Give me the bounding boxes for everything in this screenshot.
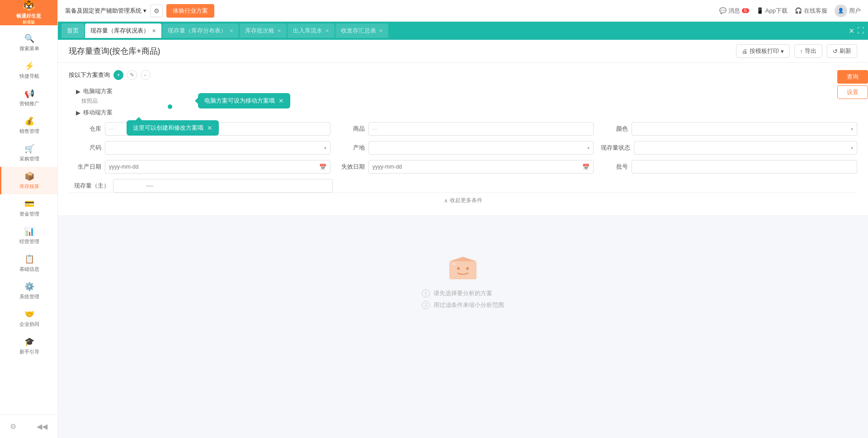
produce-date-calendar-icon[interactable]: 📅 — [319, 164, 326, 170]
sidebar: 🐯 畅通好生意 标准版 🔍 搜索菜单 ⚡ 快捷导航 📢 营销推广 💰 销售管理 … — [0, 0, 58, 438]
scheme-mobile-label: 移动端方案 — [83, 108, 113, 117]
app-download-label: App下载 — [765, 7, 788, 15]
color-select[interactable]: ▾ — [632, 122, 857, 136]
sidebar-item-inventory[interactable]: 📦 库存核算 — [0, 167, 57, 194]
sidebar-item-system[interactable]: ⚙️ 系统管理 — [0, 277, 57, 305]
tab-inout-flow-close[interactable]: ✕ — [325, 28, 329, 34]
sidebar-item-operation[interactable]: 📊 经营管理 — [0, 222, 57, 250]
svg-point-5 — [452, 263, 456, 265]
sidebar-item-enterprise[interactable]: 🤝 企业协同 — [0, 305, 57, 332]
online-support-item[interactable]: 🎧 在线客服 — [795, 7, 827, 15]
enterprise-icon: 🤝 — [24, 309, 34, 319]
sidebar-item-guide[interactable]: 🎓 新手引导 — [0, 332, 57, 360]
close-all-tabs-icon[interactable]: ✕ — [849, 27, 854, 35]
tab-inventory-status[interactable]: 现存量（库存状况表） ✕ — [85, 24, 161, 38]
sidebar-label-guide: 新手引导 — [19, 349, 39, 355]
collapse-bar[interactable]: ∧ 收起更多条件 — [69, 193, 857, 208]
warehouse-label: 仓库 — [74, 125, 101, 133]
stock-status-select[interactable]: ▾ — [634, 141, 857, 155]
sidebar-item-quicknav[interactable]: ⚡ 快捷导航 — [0, 57, 57, 84]
filter-field-stock-status: 现存量状态 ▾ — [601, 141, 857, 155]
tab-home[interactable]: 首页 — [61, 24, 84, 38]
scheme-item-mobile[interactable]: ▶ 移动端方案 — [72, 107, 857, 118]
expire-date-input[interactable]: 📅 — [368, 160, 594, 174]
origin-label: 产地 — [338, 144, 365, 152]
create-tooltip-close[interactable]: ✕ — [207, 124, 212, 132]
topbar-gear-btn[interactable]: ⚙ — [150, 5, 163, 17]
tab-batch-ledger[interactable]: 库存批次账 ✕ — [240, 24, 287, 38]
tab-inout-flow[interactable]: 出入库流水 ✕ — [288, 24, 335, 38]
sidebar-label-system: 系统管理 — [19, 293, 39, 300]
industry-solution-button[interactable]: 体验行业方案 — [166, 4, 214, 18]
produce-date-field[interactable] — [109, 164, 317, 170]
user-item[interactable]: 👤 用户 — [835, 5, 861, 17]
collapse-sidebar-icon[interactable]: ◀◀ — [35, 420, 49, 433]
filter-field-size: 尺码 ▾ — [74, 141, 330, 155]
tip-num-1: 1 — [422, 289, 430, 297]
stock-main-min[interactable] — [117, 183, 144, 189]
search-button[interactable]: 查询 — [837, 70, 868, 84]
size-select[interactable]: ▾ — [105, 141, 330, 155]
back-scheme-button[interactable]: ← — [141, 70, 151, 80]
scheme-item-desktop[interactable]: ▶ 电脑端方案 — [72, 85, 857, 97]
app-download-item[interactable]: 📱 App下载 — [756, 7, 788, 15]
edit-scheme-button[interactable]: ✎ — [127, 70, 137, 80]
dot-indicator — [168, 104, 172, 109]
guide-icon: 🎓 — [24, 337, 34, 347]
refresh-button[interactable]: ↺ 刷新 — [827, 44, 857, 58]
message-label: 消息 — [728, 7, 740, 15]
user-label: 用户 — [849, 7, 861, 15]
scheme-subitem[interactable]: 按照品 — [72, 97, 857, 107]
tab-inventory-dist[interactable]: 现存量（库存分布表） ✕ — [162, 24, 239, 38]
stock-status-label: 现存量状态 — [601, 144, 630, 152]
svg-point-4 — [466, 267, 469, 270]
origin-select[interactable]: ▾ — [368, 141, 594, 155]
basic-icon: 📋 — [24, 254, 34, 264]
add-scheme-button[interactable]: + — [113, 70, 123, 80]
phone-icon: 📱 — [756, 7, 764, 14]
tab-batch-ledger-close[interactable]: ✕ — [277, 28, 281, 34]
goods-select[interactable]: ··· — [368, 122, 594, 136]
sidebar-item-sales[interactable]: 💰 销售管理 — [0, 112, 57, 139]
size-label: 尺码 — [74, 144, 101, 152]
tabbar-actions: ✕ ⛶ — [849, 27, 864, 35]
tab-receive-summary-close[interactable]: ✕ — [379, 28, 383, 34]
color-label: 颜色 — [601, 125, 628, 133]
scheme-tooltip: 电脑方案可设为移动方案哦 ✕ — [198, 93, 290, 108]
filter-row-4: 现存量（主） — — [74, 179, 857, 193]
settings-bottom-icon[interactable]: ⚙ — [8, 420, 18, 433]
sidebar-item-search[interactable]: 🔍 搜索菜单 — [0, 29, 57, 57]
sidebar-nav: 🔍 搜索菜单 ⚡ 快捷导航 📢 营销推广 💰 销售管理 🛒 采购管理 📦 库存核… — [0, 25, 57, 414]
sidebar-item-basic[interactable]: 📋 基础信息 — [0, 250, 57, 277]
expire-date-field[interactable] — [373, 164, 581, 170]
tab-receive-summary[interactable]: 收发存汇总表 ✕ — [335, 24, 388, 38]
sidebar-label-inventory: 库存核算 — [19, 183, 39, 190]
system-icon: ⚙️ — [24, 282, 34, 292]
export-button[interactable]: ↑ 导出 — [794, 44, 823, 58]
page-actions: 🖨 按模板打印 ▾ ↑ 导出 ↺ 刷新 — [736, 44, 858, 58]
print-button[interactable]: 🖨 按模板打印 ▾ — [736, 44, 790, 58]
tab-inventory-dist-close[interactable]: ✕ — [229, 28, 233, 34]
settings-button[interactable]: 设置 — [837, 85, 868, 99]
sidebar-item-purchase[interactable]: 🛒 采购管理 — [0, 139, 57, 167]
content-area: 现存量查询(按仓库+商品) 🖨 按模板打印 ▾ ↑ 导出 ↺ 刷新 — [58, 40, 868, 438]
sidebar-item-finance[interactable]: 💳 资金管理 — [0, 194, 57, 222]
tip-1-text: 请先选择要分析的方案 — [434, 289, 492, 297]
fullscreen-icon[interactable]: ⛶ — [857, 27, 864, 35]
message-item[interactable]: 💬 消息 6 — [719, 7, 749, 15]
scheme-tooltip-close[interactable]: ✕ — [278, 97, 284, 104]
quicknav-icon: ⚡ — [24, 61, 34, 71]
dropdown-arrow-icon: ▾ — [143, 7, 146, 14]
tip-num-2: 2 — [422, 301, 430, 309]
filter-header: 按以下方案查询 + ✎ ← — [69, 70, 857, 80]
produce-date-input[interactable]: 📅 — [105, 160, 330, 174]
expire-date-calendar-icon[interactable]: 📅 — [582, 164, 590, 170]
topbar-right: 💬 消息 6 📱 App下载 🎧 在线客服 👤 用户 — [719, 5, 861, 17]
tab-inventory-status-close[interactable]: ✕ — [152, 28, 156, 34]
batch-input[interactable] — [632, 160, 857, 174]
system-title-dropdown[interactable]: 装备及固定资产辅助管理系统 ▾ — [65, 7, 146, 15]
tab-receive-summary-label: 收发存汇总表 — [341, 27, 376, 35]
operation-icon: 📊 — [24, 226, 34, 236]
stock-main-max[interactable] — [155, 183, 182, 189]
sidebar-item-marketing[interactable]: 📢 营销推广 — [0, 84, 57, 112]
